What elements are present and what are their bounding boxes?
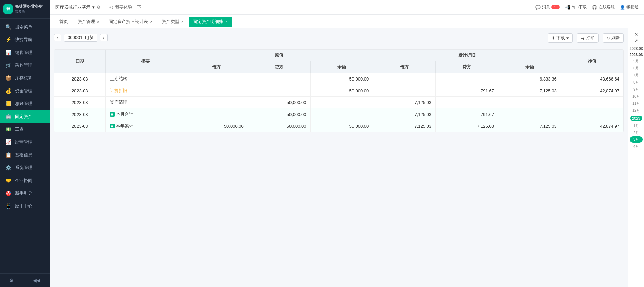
base-icon: 📋 <box>5 152 11 158</box>
tab-assets-label: 资产管理 <box>78 19 95 25</box>
tl-year-badge-2023: 2023 <box>628 116 644 121</box>
sidebar-label-collab: 企业协同 <box>15 178 32 184</box>
appstore-icon: 📱 <box>5 203 11 209</box>
refresh-label: 刷新 <box>611 35 620 41</box>
tl-month-10[interactable]: 10月 <box>628 93 644 100</box>
print-button[interactable]: 🖨 打印 <box>577 33 599 43</box>
sidebar-item-sales[interactable]: 📊 销售管理 <box>0 46 50 59</box>
refresh-button[interactable]: ↻ 刷新 <box>603 33 624 43</box>
tl-month-9[interactable]: 9月 <box>628 86 644 93</box>
tab-depreciation-close[interactable]: × <box>150 20 152 24</box>
sidebar-item-guide[interactable]: 🎯 新手引导 <box>0 187 50 200</box>
cell-orig-balance <box>310 97 373 108</box>
cell-netvalue: 42,874.97 <box>561 85 623 97</box>
sidebar-item-appstore[interactable]: 📱 应用中心 <box>0 200 50 213</box>
sidebar-label-ledger: 总账管理 <box>15 101 32 107</box>
message-button[interactable]: 💬 消息 99+ <box>535 4 560 10</box>
year-total-icon: ▣ <box>110 124 115 128</box>
cell-netvalue: 43,666.64 <box>561 73 623 85</box>
tab-assettype[interactable]: 资产类型 × <box>158 17 187 27</box>
sidebar-label-inventory: 库存核算 <box>15 75 32 81</box>
sidebar-label-quicknav: 快捷导航 <box>15 37 32 43</box>
sidebar-item-system[interactable]: ⚙️ 系统管理 <box>0 161 50 174</box>
tl-month-8[interactable]: 8月 <box>628 79 644 86</box>
sidebar-nav: 🔍 搜索菜单 ⚡ 快捷导航 📊 销售管理 🛒 采购管理 📦 库存核算 💰 资金管… <box>0 19 50 273</box>
next-icon: › <box>103 35 104 40</box>
experience-label: 我要体验一下 <box>115 4 141 10</box>
sidebar-label-salary: 工资 <box>15 126 24 132</box>
settings-gear-icon[interactable]: ⚙ <box>97 5 101 10</box>
tl-month-7[interactable]: 7月 <box>628 72 644 79</box>
tl-month-5[interactable]: 5月 <box>628 58 644 65</box>
main-content: ‹ 000001 电脑 › ⬇ 下载 ▾ <box>50 28 628 287</box>
download-button[interactable]: ⬇ 下载 ▾ <box>548 33 573 43</box>
sidebar-item-ops[interactable]: 📈 经营管理 <box>0 136 50 149</box>
cell-orig-debit <box>185 85 248 97</box>
tab-assets[interactable]: 资产管理 × <box>73 17 103 27</box>
tl-month-6[interactable]: 6月 <box>628 65 644 72</box>
sidebar-item-search[interactable]: 🔍 搜索菜单 <box>0 21 50 33</box>
cell-orig-debit <box>185 73 248 85</box>
download-button[interactable]: 📲 App下载 <box>565 4 587 10</box>
th-acc-credit: 贷方 <box>436 61 498 73</box>
tab-home-label: 首页 <box>59 19 68 25</box>
fixed-icon: 🏢 <box>5 114 11 120</box>
sidebar-bottom: ⚙ ◀◀ <box>0 273 50 287</box>
sidebar-item-quicknav[interactable]: ⚡ 快捷导航 <box>0 33 50 46</box>
panel-expand-button[interactable]: ⤢ <box>634 38 639 44</box>
cell-orig-debit <box>185 108 248 120</box>
tab-depreciation[interactable]: 固定资产折旧统计表 × <box>104 17 156 27</box>
cell-acc-debit: 7,125.03 <box>373 120 436 132</box>
tl-down-arrow: ↓ <box>628 150 644 156</box>
tl-month-1[interactable]: 1月 <box>628 122 644 129</box>
quicknav-icon: ⚡ <box>5 37 11 43</box>
tab-assettype-close[interactable]: × <box>181 20 183 24</box>
company-selector[interactable]: 医疗器械行业演示 ▾ ⚙ <box>55 4 101 10</box>
tab-detail[interactable]: 固定资产明细账 × <box>189 17 232 27</box>
cell-orig-credit: 50,000.00 <box>248 120 310 132</box>
cell-netvalue <box>561 97 623 108</box>
sidebar-logo: 畅 畅捷通好业务财 普及版 <box>0 0 50 19</box>
tl-month-4[interactable]: 4月 <box>628 143 644 150</box>
support-label: 在线客服 <box>599 4 615 10</box>
th-date: 日期 <box>54 50 105 73</box>
logo-icon: 畅 <box>3 4 13 14</box>
asset-name: 电脑 <box>85 35 94 40</box>
collapse-button[interactable]: ◀◀ <box>30 276 43 284</box>
sidebar-item-inventory[interactable]: 📦 库存核算 <box>0 72 50 85</box>
user-avatar[interactable]: 👤 畅捷通 <box>620 4 639 10</box>
experience-icon: ◎ <box>109 5 113 10</box>
sidebar-item-purchase[interactable]: 🛒 采购管理 <box>0 59 50 72</box>
support-button[interactable]: 🎧 在线客服 <box>592 4 615 10</box>
tab-detail-close[interactable]: × <box>225 20 227 24</box>
main-area: 医疗器械行业演示 ▾ ⚙ ◎ 我要体验一下 💬 消息 99+ 📲 App下载 🎧… <box>50 0 644 287</box>
tl-month-12[interactable]: 12月 <box>628 107 644 114</box>
experience-button[interactable]: ◎ 我要体验一下 <box>109 4 141 10</box>
settings-button[interactable]: ⚙ <box>7 276 17 284</box>
sidebar-item-base[interactable]: 📋 基础信息 <box>0 149 50 161</box>
download-label: App下载 <box>572 4 587 10</box>
asset-prev-button[interactable]: ‹ <box>54 34 61 41</box>
sidebar-item-salary[interactable]: 💵 工资 <box>0 123 50 136</box>
sidebar-item-capital[interactable]: 💰 资金管理 <box>0 85 50 97</box>
ledger-icon: 📒 <box>5 101 11 107</box>
sidebar-item-ledger[interactable]: 📒 总账管理 <box>0 97 50 110</box>
company-name: 医疗器械行业演示 <box>55 4 90 10</box>
tab-home[interactable]: 首页 <box>55 17 72 27</box>
tab-depreciation-label: 固定资产折旧统计表 <box>109 19 148 25</box>
cell-orig-credit: 50,000.00 <box>248 97 310 108</box>
sidebar-label-sales: 销售管理 <box>15 50 32 56</box>
tl-month-3-active[interactable]: 3月 <box>630 136 643 143</box>
asset-next-button[interactable]: › <box>100 34 108 41</box>
panel-close-button[interactable]: ✕ <box>634 31 639 38</box>
guide-icon: 🎯 <box>5 190 11 196</box>
tl-month-11[interactable]: 11月 <box>628 100 644 107</box>
support-icon: 🎧 <box>592 5 597 10</box>
sidebar-item-fixed[interactable]: 🏢 固定资产 <box>0 110 50 123</box>
message-badge: 99+ <box>551 5 560 9</box>
month-total-icon: ▣ <box>110 112 115 117</box>
cell-acc-debit: 7,125.03 <box>373 97 436 108</box>
tl-month-2[interactable]: 2月 <box>628 129 644 136</box>
sidebar-item-collab[interactable]: 🤝 企业协同 <box>0 174 50 187</box>
tab-assets-close[interactable]: × <box>97 20 99 24</box>
